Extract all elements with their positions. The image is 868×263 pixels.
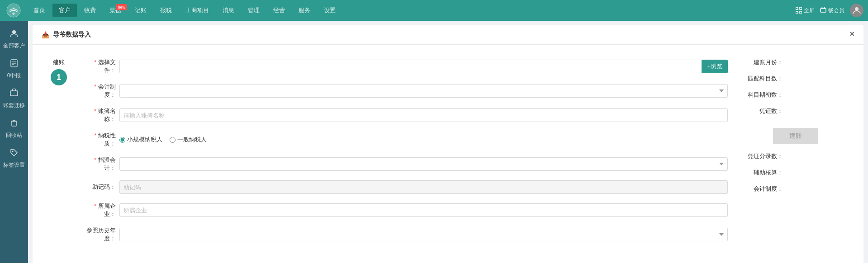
radio-small-scale[interactable]: 小规模纳税人 [119,136,162,144]
dialog-title-icon: 📥 [42,31,49,38]
svg-rect-5 [796,11,798,14]
info-section: 建账月份： 匹配科目数： 科目期初数： 凭证数： [728,58,845,251]
nav-item-invoice[interactable]: 票据 new [103,4,128,17]
nav-item-operation[interactable]: 经营 [267,4,291,17]
dialog-header: 📥 导爷数据导入 × [33,25,863,45]
accountant-label: 指派会计： [83,156,119,172]
accounting-select[interactable] [119,84,728,98]
info-row-init: 科目期初数： [746,91,845,99]
new-badge: new [116,4,127,10]
info-init-label: 科目期初数： [746,91,787,99]
form-row-memo: 助记码： [83,180,728,194]
nav-right: 全屏 畅会员 [796,4,863,17]
nav-item-settings[interactable]: 设置 [318,4,342,17]
nav-item-service[interactable]: 服务 [292,4,317,17]
form-row-tax-type: 纳税性质： 小规模纳税人 一般纳税人 [83,132,728,148]
nav-item-billing[interactable]: 收费 [78,4,102,17]
tax-type-label: 纳税性质： [83,132,119,148]
main-layout: 全部客户 0申报 账套迁移 回收站 标签设置 [0,21,868,263]
form-row-ledger: 账簿名称： [83,107,728,123]
info-month-label: 建账月份： [746,58,787,66]
info-voucher-entries-label: 凭证分录数： [746,152,787,160]
info-row-voucher-entries: 凭证分录数： [746,152,845,160]
sidebar: 全部客户 0申报 账套迁移 回收站 标签设置 [0,21,28,263]
memo-input[interactable] [119,180,728,194]
step-badge-container: 建账 1 [51,58,67,85]
step-label: 建账 [53,58,65,66]
sidebar-item-label: 标签设置 [3,161,25,169]
svg-text:E: E [13,6,14,9]
info-accounting-system-label: 会计制度： [746,185,787,193]
form-section: 选择文件： +浏览 会计制度： [83,58,728,251]
radio-general-input[interactable] [170,137,175,143]
browse-button[interactable]: +浏览 [702,60,728,73]
nav-item-manage[interactable]: 管理 [242,4,266,17]
sidebar-item-tag-settings[interactable]: 标签设置 [0,144,28,174]
sidebar-item-all-customers[interactable]: 全部客户 [0,24,28,54]
form-row-history: 参照历史年度： [83,226,728,243]
file-text-input[interactable] [119,60,702,73]
content-area: 📥 导爷数据导入 × 建账 1 选择文件： [28,21,868,263]
nav-item-tax[interactable]: 报税 [154,4,178,17]
build-button[interactable]: 建账 [773,128,818,144]
form-row-accountant: 指派会计： [83,156,728,172]
form-row-accounting: 会计制度： [83,83,728,99]
svg-point-9 [12,30,16,34]
sidebar-item-label: 0申报 [7,72,21,80]
history-select[interactable] [119,228,728,241]
radio-small-scale-input[interactable] [119,137,125,143]
radio-general[interactable]: 一般纳税人 [170,136,207,144]
nav-item-message[interactable]: 消息 [216,4,241,17]
file-input-group: +浏览 [119,60,728,73]
sidebar-item-declaration[interactable]: 0申报 [0,54,28,84]
radio-general-label: 一般纳税人 [177,136,207,144]
company-input[interactable] [119,203,728,217]
declaration-icon [9,59,19,70]
sidebar-item-recycle[interactable]: 回收站 [0,114,28,144]
accountant-select[interactable] [119,157,728,171]
all-customers-icon [9,29,19,40]
dialog-card: 📥 导爷数据导入 × 建账 1 选择文件： [33,25,863,263]
file-label: 选择文件： [83,58,119,75]
form-row-company: 所属企业： [83,202,728,218]
fullscreen-button[interactable]: 全屏 [796,7,815,14]
avatar[interactable] [850,4,863,17]
tag-settings-icon [9,148,19,160]
accounting-label: 会计制度： [83,83,119,99]
member-label: 畅会员 [828,7,844,14]
info-row-voucher: 凭证数： [746,107,845,115]
fullscreen-label: 全屏 [804,7,815,14]
history-label: 参照历史年度： [83,226,119,243]
ledger-label: 账簿名称： [83,107,119,123]
form-row-file: 选择文件： +浏览 [83,58,728,75]
svg-rect-14 [10,91,18,96]
nav-item-home[interactable]: 首页 [27,4,52,17]
dialog-body: 建账 1 选择文件： +浏览 [33,45,863,263]
info-row-month: 建账月份： [746,58,845,66]
ledger-input[interactable] [119,108,728,122]
svg-rect-6 [800,11,802,14]
info-aux-label: 辅助核算： [746,169,787,177]
memo-label: 助记码： [83,183,119,191]
svg-point-2 [12,12,14,14]
step-section: 建账 1 [51,58,74,251]
logo[interactable]: E [5,1,23,19]
top-navigation: E 首页 客户 收费 票据 new 记账 报税 工商项目 消息 [0,0,868,21]
svg-point-8 [855,7,859,11]
member-button[interactable]: 畅会员 [820,7,844,14]
nav-item-bookkeeping[interactable]: 记账 [128,4,153,17]
sidebar-item-label: 账套迁移 [3,102,25,109]
info-row-aux: 辅助核算： [746,169,845,177]
company-label: 所属企业： [83,202,119,218]
close-button[interactable]: × [849,30,854,38]
account-migration-icon [9,89,19,100]
svg-point-16 [12,151,14,152]
svg-rect-15 [12,121,16,126]
nav-item-business[interactable]: 工商项目 [179,4,215,17]
info-voucher-label: 凭证数： [746,107,787,115]
info-row-accounting-system: 会计制度： [746,185,845,193]
nav-item-customer[interactable]: 客户 [52,4,77,17]
step-circle: 1 [51,69,67,85]
info-match-label: 匹配科目数： [746,75,787,83]
sidebar-item-account-migration[interactable]: 账套迁移 [0,84,28,114]
